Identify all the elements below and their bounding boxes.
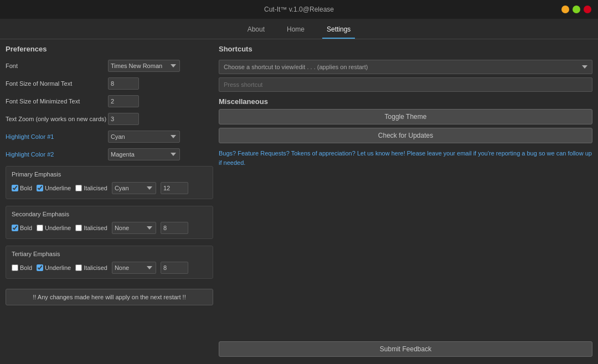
highlight-color-1-row: Highlight Color #1 Cyan Magenta Yellow R…	[6, 131, 213, 143]
primary-underline-label[interactable]: Underline	[37, 185, 71, 191]
secondary-bold-checkbox[interactable]	[12, 225, 18, 231]
text-zoom-label: Text Zoom (only works on new cards)	[6, 116, 108, 122]
highlight-color-1-label: Highlight Color #1	[6, 133, 108, 140]
tertiary-bold-checkbox[interactable]	[12, 264, 18, 271]
tertiary-size-input[interactable]	[161, 262, 188, 274]
tertiary-emphasis-title: Tertiary Emphasis	[12, 251, 207, 257]
tertiary-italicised-label[interactable]: Italicised	[75, 264, 107, 271]
shortcuts-title: Shortcuts	[219, 45, 592, 53]
tab-about[interactable]: About	[243, 23, 269, 39]
secondary-size-input[interactable]	[161, 222, 188, 234]
highlight-color-2-label: Highlight Color #2	[6, 151, 108, 158]
close-button[interactable]	[584, 6, 591, 13]
tab-home[interactable]: Home	[282, 23, 309, 39]
navbar: About Home Settings	[0, 19, 598, 39]
font-row: Font Times New Roman Arial Courier New G…	[6, 60, 213, 72]
font-size-normal-spinner	[108, 77, 139, 90]
feedback-text: Bugs? Feature Requests? Tokens of apprec…	[219, 147, 592, 338]
secondary-emphasis-row: Bold Underline Italicised None Cyan Mage…	[12, 222, 207, 234]
text-zoom-row: Text Zoom (only works on new cards)	[6, 113, 213, 125]
primary-underline-checkbox[interactable]	[37, 185, 43, 191]
misc-title: Miscellaneous	[219, 97, 592, 106]
secondary-emphasis-section: Secondary Emphasis Bold Underline Italic…	[6, 206, 213, 239]
font-label: Font	[6, 63, 108, 69]
primary-emphasis-title: Primary Emphasis	[12, 171, 207, 178]
highlight-color-2-select[interactable]: Cyan Magenta Yellow Red Green Blue None	[108, 148, 180, 160]
shortcut-select[interactable]: Choose a shortcut to view/edit . . . (ap…	[219, 60, 592, 74]
secondary-bold-label[interactable]: Bold	[12, 225, 32, 231]
tertiary-emphasis-row: Bold Underline Italicised None Cyan Mage…	[12, 262, 207, 274]
preferences-panel: Preferences Font Times New Roman Arial C…	[6, 45, 213, 357]
app-title: Cut-It™ v.1.0@Release	[264, 6, 334, 13]
primary-italicised-label[interactable]: Italicised	[75, 185, 107, 191]
titlebar: Cut-It™ v.1.0@Release	[0, 0, 598, 19]
restart-notice: !! Any changes made here will apply on t…	[6, 289, 213, 305]
tertiary-bold-label[interactable]: Bold	[12, 264, 32, 271]
check-updates-button[interactable]: Check for Updates	[219, 128, 592, 143]
highlight-color-2-row: Highlight Color #2 Cyan Magenta Yellow R…	[6, 148, 213, 160]
secondary-underline-label[interactable]: Underline	[37, 225, 71, 231]
window-controls	[561, 6, 591, 13]
secondary-italicised-label[interactable]: Italicised	[75, 225, 107, 231]
maximize-button[interactable]	[573, 6, 580, 13]
font-size-minimized-spinner	[108, 95, 139, 107]
secondary-color-select[interactable]: None Cyan Magenta	[112, 222, 156, 234]
preferences-title: Preferences	[6, 45, 213, 53]
secondary-italicised-checkbox[interactable]	[75, 225, 82, 231]
secondary-underline-checkbox[interactable]	[37, 225, 43, 231]
font-size-minimized-label: Font Size of Minimized Text	[6, 98, 108, 105]
minimize-button[interactable]	[561, 6, 569, 13]
right-panel-inner: Shortcuts Choose a shortcut to view/edit…	[219, 45, 592, 357]
shortcut-input[interactable]	[219, 77, 592, 92]
font-size-normal-label: Font Size of Normal Text	[6, 80, 108, 87]
font-size-minimized-row: Font Size of Minimized Text	[6, 95, 213, 107]
main-content: Preferences Font Times New Roman Arial C…	[0, 39, 598, 362]
tertiary-color-select[interactable]: None Cyan Magenta	[112, 262, 156, 274]
highlight-color-1-select[interactable]: Cyan Magenta Yellow Red Green Blue None	[108, 131, 180, 143]
right-panel: Shortcuts Choose a shortcut to view/edit…	[219, 45, 592, 357]
text-zoom-spinner	[108, 113, 139, 125]
font-size-normal-row: Font Size of Normal Text	[6, 77, 213, 90]
primary-color-select[interactable]: Cyan Magenta Yellow None	[112, 182, 156, 194]
submit-feedback-button[interactable]: Submit Feedback	[219, 341, 592, 357]
primary-italicised-checkbox[interactable]	[75, 185, 82, 191]
primary-emphasis-section: Primary Emphasis Bold Underline Italicis…	[6, 166, 213, 199]
tertiary-emphasis-section: Tertiary Emphasis Bold Underline Italici…	[6, 246, 213, 279]
tertiary-underline-label[interactable]: Underline	[37, 264, 71, 271]
tertiary-underline-checkbox[interactable]	[37, 264, 43, 271]
font-select[interactable]: Times New Roman Arial Courier New Georgi…	[108, 60, 180, 72]
font-size-normal-input[interactable]	[108, 77, 139, 90]
primary-bold-checkbox[interactable]	[12, 185, 18, 191]
primary-emphasis-row: Bold Underline Italicised Cyan Magenta Y…	[12, 182, 207, 194]
primary-bold-label[interactable]: Bold	[12, 185, 32, 191]
primary-size-input[interactable]	[161, 182, 188, 194]
font-size-minimized-input[interactable]	[108, 95, 139, 107]
tab-settings[interactable]: Settings	[322, 23, 355, 39]
secondary-emphasis-title: Secondary Emphasis	[12, 211, 207, 217]
text-zoom-input[interactable]	[108, 113, 139, 125]
toggle-theme-button[interactable]: Toggle Theme	[219, 109, 592, 124]
tertiary-italicised-checkbox[interactable]	[75, 264, 82, 271]
shortcut-select-wrap: Choose a shortcut to view/edit . . . (ap…	[219, 60, 592, 74]
